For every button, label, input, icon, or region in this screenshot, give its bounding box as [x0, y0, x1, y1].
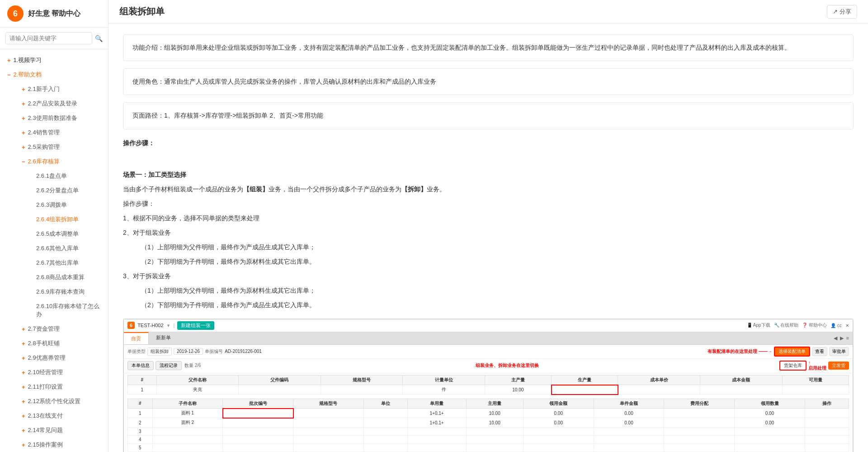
breadcrumb-text: 页面路径：1、库存核算->库存管理->组装拆卸单 2、首页->常用功能 — [132, 112, 323, 119]
table-row: 2 面料 2 1+0.1+ 10.00 0.00 0.00 0.00 — [128, 418, 849, 428]
sidebar-item-dataprep[interactable]: + 2.3使用前数据准备 — [14, 111, 108, 125]
expand-icon: + — [22, 340, 25, 347]
sidebar-item-video[interactable]: + 1.视频学习 — [0, 53, 108, 67]
search-button[interactable]: 🔍 — [95, 35, 103, 42]
sidebar-item-inv261[interactable]: 2.6.1盘点单 — [29, 169, 108, 183]
mock-nav-prev[interactable]: ◀ — [834, 335, 837, 341]
mock-new-btn[interactable]: 新建组装一张 — [177, 321, 214, 330]
mock-app: 6 TEST-H002 ▼ | 新建组装一张 📱 App下载 🔧 在线帮助 ❓ … — [123, 319, 853, 452]
role-text: 使用角色：通常由生产人员或库管人员完成拆装业务的操作，库管人员确认原材料的出库和… — [132, 78, 436, 85]
expand-icon: + — [22, 355, 25, 362]
sidebar-item-faq[interactable]: + 2.14常见问题 — [14, 423, 108, 438]
sidebar-item-finance[interactable]: + 2.7资金管理 — [14, 322, 108, 336]
expand-icon: + — [22, 384, 25, 390]
sidebar-item-label: 2.6.2分量盘点单 — [36, 186, 79, 195]
sidebar-item-install[interactable]: + 2.2产品安装及登录 — [14, 96, 108, 111]
mock-tab-active[interactable]: 自贡 — [124, 332, 149, 344]
mock-bom-btn[interactable]: 选择装配清单 — [774, 347, 810, 357]
sidebar-item-ops[interactable]: + 2.10经营管理 — [14, 365, 108, 380]
sidebar-item-label: 2.1新手入门 — [28, 85, 60, 93]
sidebar-item-payment[interactable]: + 2.13在线支付 — [14, 409, 108, 423]
sidebar-title: 好生意 帮助中心 — [28, 9, 80, 19]
mock-lth-pick: 领用金额 — [523, 399, 594, 409]
sidebar-item-inv266[interactable]: 2.6.6其他入库单 — [29, 241, 108, 256]
mock-lower-table: # 子件名称 批次编号 规格型号 单位 单用量 主用量 领用金额 单件金额 费用… — [127, 399, 849, 452]
sidebar-item-label: 2.14常见问题 — [28, 426, 63, 434]
sidebar-item-print[interactable]: + 2.11打印设置 — [14, 380, 108, 394]
mock-filter[interactable]: ≡ — [846, 335, 849, 341]
expand-icon: + — [22, 442, 25, 448]
mock-tab-new[interactable]: 新新单 — [149, 332, 178, 344]
sidebar-item-sales[interactable]: + 2.4销售管理 — [14, 125, 108, 140]
steps-content: 操作步骤： 场景一：加工类型选择 当由多个子件材料组装成一个成品的业务为【组装】… — [123, 137, 854, 311]
sidebar-item-purchase[interactable]: + 2.5采购管理 — [14, 140, 108, 154]
annotation-qiyong: ↑启用处理 — [808, 360, 826, 371]
scenario1-title: 场景一：加工类型选择 — [123, 168, 854, 181]
mock-type-field: 单据类型 组装拆卸 2019-12-26 单据编号 AD-20191226-00… — [127, 347, 262, 356]
sidebar-item-inv265[interactable]: 2.6.5成本调整单 — [29, 227, 108, 241]
mock-qiyong-input[interactable]: 货架仓库 — [779, 361, 807, 371]
steps-title: 操作步骤： — [123, 137, 854, 149]
mock-th-seq: # — [128, 375, 157, 385]
mock-form-nums: 数量 2/6 — [184, 362, 201, 369]
sidebar-item-label: 2.3使用前数据准备 — [28, 114, 77, 122]
sidebar-item-inv268[interactable]: 2.6.8商品成本重算 — [29, 270, 108, 285]
expand-icon: + — [22, 100, 25, 107]
mock-header-actions: 有装配清单的在这里处理 ——→ 选择装配清单 查看 审批单 — [708, 347, 849, 357]
sidebar-item-inv263[interactable]: 2.6.3调拨单 — [29, 198, 108, 212]
mock-nav-icons: ◀ ▶ ≡ — [830, 332, 853, 344]
breadcrumb-block: 页面路径：1、库存核算->库存管理->组装拆卸单 2、首页->常用功能 — [123, 102, 854, 129]
sidebar-item-mobile[interactable]: + 2.8手机旺铺 — [14, 336, 108, 351]
expand-icon: + — [22, 144, 25, 151]
sidebar-item-inv264[interactable]: 2.6.4组装拆卸单 — [29, 212, 108, 227]
sidebar-item-label: 2.6.4组装拆卸单 — [36, 215, 79, 224]
mock-lth-seq: # — [128, 399, 153, 409]
mock-close-icon[interactable]: ✕ — [845, 323, 849, 328]
share-button[interactable]: ↗ 分享 — [827, 5, 857, 19]
mock-th-produce: 生产量 — [552, 375, 618, 385]
mock-sub-btn2[interactable]: 流程记录 — [156, 361, 182, 370]
sidebar-item-inv267[interactable]: 2.6.7其他出库单 — [29, 256, 108, 270]
mock-nav-next[interactable]: ▶ — [840, 335, 844, 341]
mock-upper-table: # 父件名称 父件编码 规格型号 计量单位 主产量 生产量 成本单价 成本金额 … — [127, 375, 849, 395]
mock-user: 👤 cc — [830, 323, 842, 328]
mock-th-name: 父件名称 — [156, 375, 239, 385]
sidebar-item-inventory[interactable]: − 2.6库存核算 — [14, 154, 108, 169]
mock-td-cost — [618, 385, 700, 395]
mock-lth-batch: 批次编号 — [223, 399, 293, 409]
sidebar-item-inv2610[interactable]: 2.6.10库存账本错了怎么办 — [29, 299, 108, 322]
step1: 1、根据不同的业务，选择不同单据的类型来处理 — [123, 212, 854, 224]
search-input[interactable] — [5, 32, 92, 44]
sidebar-item-docs[interactable]: − 2.帮助文档 — [0, 67, 108, 82]
mock-action2[interactable]: 审批单 — [829, 347, 849, 356]
mock-td-qty: 10.00 — [485, 385, 551, 395]
intro-text: 功能介绍：组装拆卸单用来处理企业组装或拆卸等加工业务，支持有固定装配清单的产品加… — [132, 44, 791, 51]
page-title: 组装拆卸单 — [119, 5, 165, 18]
mock-th-spec: 规格型号 — [321, 375, 403, 385]
mock-th-qty: 主产量 — [485, 375, 551, 385]
sidebar-item-inv269[interactable]: 2.6.9库存账本查询 — [29, 285, 108, 299]
mock-date-value[interactable]: 2019-12-26 — [174, 348, 203, 355]
table-row: 1 面料 1 1+0.1+ 10.00 0.00 0.00 0.00 — [128, 409, 849, 418]
sidebar-item-label: 2.6.8商品成本重算 — [36, 273, 85, 281]
mock-sub-btn1[interactable]: 本单信息 — [127, 361, 154, 370]
sidebar-item-cases[interactable]: + 2.15操作案例 — [14, 438, 108, 452]
mock-td-produce — [552, 385, 618, 395]
inventory-subnav: 2.6.1盘点单 2.6.2分量盘点单 2.6.3调拨单 2.6.4组装拆卸单 … — [14, 169, 108, 322]
sidebar-item-label: 2.6.6其他入库单 — [36, 244, 79, 252]
mock-type-value[interactable]: 组装拆卸 — [147, 347, 172, 356]
mock-action1[interactable]: 查看 — [812, 347, 827, 356]
sidebar-item-coupon[interactable]: + 2.9优惠券管理 — [14, 351, 108, 365]
mock-submit-btn[interactable]: 立发货 — [828, 362, 849, 370]
collapse-icon: − — [7, 71, 11, 78]
sidebar-item-newbie[interactable]: + 2.1新手入门 — [14, 82, 108, 96]
sidebar-item-custom[interactable]: + 2.12系统个性化设置 — [14, 394, 108, 409]
mock-td-seq: 1 — [128, 385, 157, 395]
mock-td-code — [239, 385, 321, 395]
sidebar-item-label: 2.10经营管理 — [28, 368, 63, 376]
mock-td-unit: 件 — [403, 385, 485, 395]
mock-lth-alloc: 费用分配 — [664, 399, 735, 409]
steps-subtitle: 操作步骤： — [123, 197, 854, 210]
mock-billno-value: AD-20191226-001 — [225, 349, 262, 354]
sidebar-item-inv262[interactable]: 2.6.2分量盘点单 — [29, 183, 108, 198]
